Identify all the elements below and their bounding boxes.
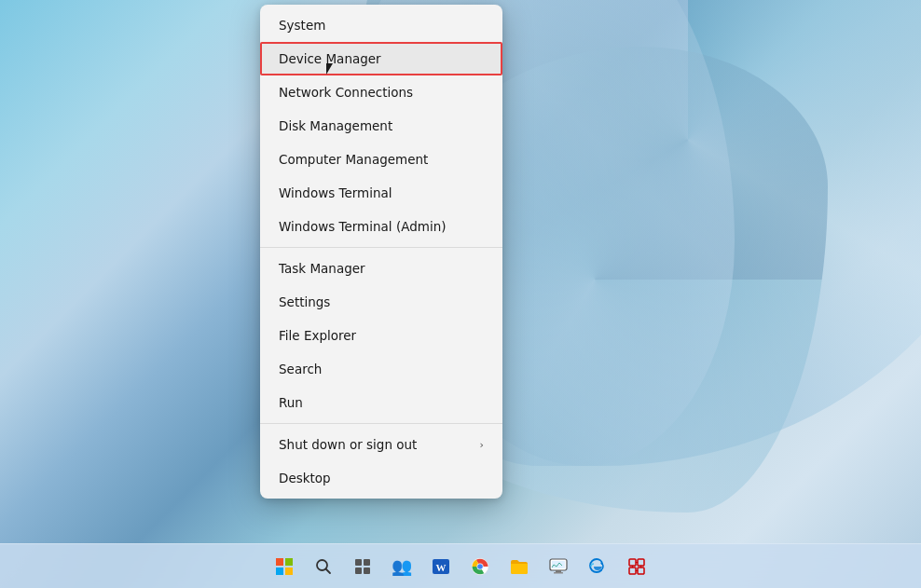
menu-item-label: Run	[279, 395, 303, 410]
svg-rect-0	[276, 558, 283, 566]
menu-separator	[260, 247, 502, 248]
taskbar-icon-file-explorer[interactable]	[501, 548, 538, 585]
menu-item-label: Computer Management	[279, 152, 428, 167]
taskbar-icon-teams[interactable]: 👥	[383, 548, 420, 585]
context-menu: SystemDevice ManagerNetwork ConnectionsD…	[260, 5, 502, 499]
menu-item-file-explorer[interactable]: File Explorer	[260, 319, 502, 352]
menu-separator	[260, 423, 502, 424]
menu-item-label: Windows Terminal (Admin)	[279, 219, 446, 234]
menu-item-network-connections[interactable]: Network Connections	[260, 75, 502, 109]
menu-item-label: Search	[279, 362, 322, 376]
svg-rect-23	[629, 559, 636, 566]
menu-item-run[interactable]: Run	[260, 386, 502, 419]
svg-rect-3	[285, 567, 293, 575]
menu-item-label: Windows Terminal	[279, 185, 392, 200]
menu-item-label: Desktop	[279, 471, 331, 485]
taskbar: 👥 W	[0, 543, 921, 588]
svg-rect-25	[629, 567, 636, 574]
taskbar-icon-search[interactable]	[305, 548, 342, 585]
taskbar-icon-monitor[interactable]	[540, 548, 577, 585]
menu-item-disk-management[interactable]: Disk Management	[260, 109, 502, 143]
menu-item-label: Shut down or sign out	[279, 437, 417, 452]
svg-text:W: W	[436, 562, 447, 573]
svg-rect-6	[355, 559, 362, 566]
svg-rect-9	[364, 567, 370, 574]
menu-item-shut-down[interactable]: Shut down or sign out›	[260, 428, 502, 461]
svg-rect-22	[554, 572, 563, 574]
svg-rect-1	[285, 558, 293, 566]
menu-item-label: Disk Management	[279, 118, 392, 133]
svg-rect-21	[556, 570, 561, 572]
taskbar-icon-snip[interactable]	[618, 548, 655, 585]
menu-item-label: File Explorer	[279, 328, 356, 343]
submenu-arrow-icon: ›	[480, 439, 484, 451]
taskbar-icon-windows-start[interactable]	[266, 548, 303, 585]
menu-item-label: Device Manager	[279, 51, 381, 66]
menu-item-label: Settings	[279, 294, 330, 309]
taskbar-icon-chrome[interactable]	[461, 548, 499, 585]
menu-item-label: Network Connections	[279, 85, 413, 100]
taskbar-icon-task-view[interactable]	[344, 548, 381, 585]
svg-point-14	[477, 564, 483, 569]
svg-line-5	[326, 568, 331, 573]
taskbar-icon-word[interactable]: W	[422, 548, 460, 585]
menu-item-settings[interactable]: Settings	[260, 285, 502, 319]
taskbar-icon-edge[interactable]	[579, 548, 616, 585]
menu-item-computer-management[interactable]: Computer Management	[260, 143, 502, 176]
svg-rect-24	[638, 559, 644, 566]
menu-item-search[interactable]: Search	[260, 352, 502, 386]
menu-item-windows-terminal-admin[interactable]: Windows Terminal (Admin)	[260, 210, 502, 243]
menu-item-task-manager[interactable]: Task Manager	[260, 252, 502, 285]
menu-item-label: System	[279, 18, 325, 33]
svg-rect-26	[638, 567, 644, 574]
menu-item-label: Task Manager	[279, 261, 365, 276]
taskbar-icons: 👥 W	[266, 548, 655, 585]
svg-rect-8	[355, 567, 362, 574]
svg-rect-7	[364, 559, 370, 566]
menu-item-desktop[interactable]: Desktop	[260, 461, 502, 495]
menu-item-windows-terminal[interactable]: Windows Terminal	[260, 176, 502, 210]
menu-item-system[interactable]: System	[260, 8, 502, 42]
svg-rect-2	[276, 567, 283, 575]
menu-item-device-manager[interactable]: Device Manager	[260, 42, 502, 75]
